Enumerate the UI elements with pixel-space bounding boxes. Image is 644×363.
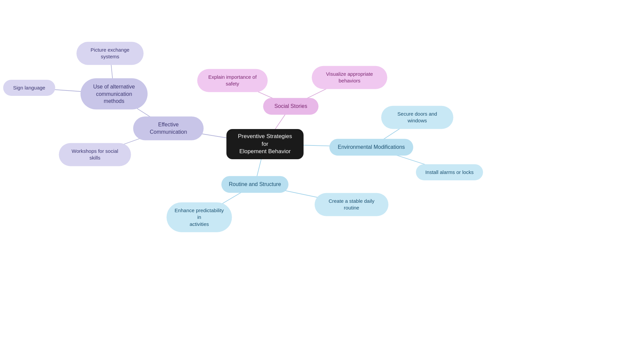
env-mod-node: Environmental Modifications bbox=[329, 139, 413, 156]
stable-routine-node: Create a stable daily routine bbox=[315, 193, 388, 216]
center-label: Preventive Strategies forElopement Behav… bbox=[234, 133, 296, 156]
visualize-label: Visualize appropriate behaviors bbox=[319, 71, 380, 84]
picture-exchange-label: Picture exchange systems bbox=[84, 47, 136, 60]
social-stories-node: Social Stories bbox=[263, 98, 319, 115]
alarms-label: Install alarms or locks bbox=[425, 169, 474, 176]
predictability-label: Enhance predictability inactivities bbox=[174, 207, 225, 228]
workshops-node: Workshops for social skills bbox=[59, 143, 131, 166]
effective-comm-label: Effective Communication bbox=[141, 121, 196, 135]
secure-doors-label: Secure doors and windows bbox=[389, 111, 446, 124]
effective-comm-node: Effective Communication bbox=[133, 116, 204, 140]
explain-safety-node: Explain importance of safety bbox=[197, 69, 268, 92]
center-node: Preventive Strategies forElopement Behav… bbox=[226, 129, 304, 159]
alt-comm-label: Use of alternativecommunication methods bbox=[88, 83, 140, 105]
env-mod-label: Environmental Modifications bbox=[338, 143, 405, 151]
explain-safety-label: Explain importance of safety bbox=[205, 74, 260, 87]
stable-routine-label: Create a stable daily routine bbox=[322, 198, 381, 211]
alarms-node: Install alarms or locks bbox=[416, 164, 483, 180]
sign-language-node: Sign language bbox=[3, 80, 55, 96]
workshops-label: Workshops for social skills bbox=[66, 148, 124, 162]
visualize-node: Visualize appropriate behaviors bbox=[312, 66, 387, 89]
mindmap-container: Preventive Strategies forElopement Behav… bbox=[0, 0, 644, 363]
alt-comm-node: Use of alternativecommunication methods bbox=[80, 78, 148, 110]
predictability-node: Enhance predictability inactivities bbox=[167, 202, 232, 232]
secure-doors-node: Secure doors and windows bbox=[381, 106, 453, 129]
routine-node: Routine and Structure bbox=[221, 176, 288, 193]
routine-label: Routine and Structure bbox=[229, 181, 281, 188]
picture-exchange-node: Picture exchange systems bbox=[76, 42, 144, 65]
sign-language-label: Sign language bbox=[13, 84, 45, 91]
social-stories-label: Social Stories bbox=[274, 103, 307, 110]
